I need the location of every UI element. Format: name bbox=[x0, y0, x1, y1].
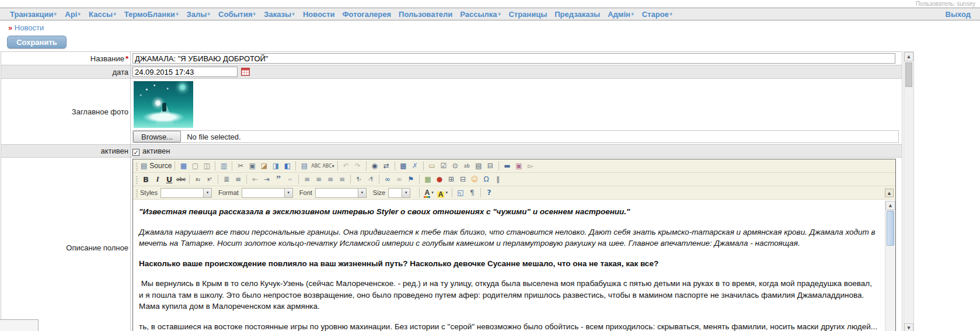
strike-button[interactable]: abc bbox=[176, 174, 186, 184]
bold-button[interactable]: B bbox=[141, 174, 151, 184]
nav-item-2[interactable]: Кассы» bbox=[89, 10, 117, 19]
browse-button[interactable]: Browse... bbox=[133, 131, 181, 142]
nav-item-0[interactable]: Транзакции» bbox=[10, 10, 57, 19]
new-page-icon[interactable]: ▢ bbox=[190, 161, 200, 171]
page-break-button[interactable]: ∥ bbox=[493, 174, 503, 184]
background-color-button[interactable]: A ▾ bbox=[437, 187, 448, 198]
bidi-rtl-button[interactable]: ‹¶ bbox=[365, 174, 376, 184]
nav-item-10[interactable]: Рассылка» bbox=[460, 10, 501, 19]
page-scroll-up-button[interactable]: ▲ bbox=[904, 52, 913, 61]
nav-item-11[interactable]: Страницы bbox=[508, 10, 547, 19]
smiley-button[interactable]: ☺ bbox=[469, 174, 480, 184]
select-all-icon[interactable]: ▩ bbox=[398, 161, 409, 171]
breadcrumb-link-news[interactable]: Новости bbox=[15, 23, 44, 32]
bidi-ltr-button[interactable]: ¶› bbox=[354, 174, 364, 184]
save-button[interactable]: Сохранить bbox=[7, 36, 67, 48]
undo-icon[interactable]: ↶ bbox=[341, 161, 351, 171]
scayt-icon[interactable]: ABC▾ bbox=[322, 161, 334, 171]
link-button[interactable]: ∞ bbox=[382, 174, 393, 184]
date-input[interactable] bbox=[132, 67, 238, 77]
radio-field-icon[interactable]: ⊙ bbox=[450, 161, 461, 171]
special-char-button[interactable]: Ω bbox=[481, 174, 491, 184]
cut-icon[interactable]: ✂ bbox=[235, 161, 246, 171]
paste-icon[interactable]: ◪ bbox=[259, 161, 269, 171]
indent-button[interactable]: ⇥ bbox=[261, 174, 272, 184]
text-color-button[interactable]: A ▾ bbox=[424, 187, 434, 198]
toolbar-collapse-button[interactable]: ▲ bbox=[885, 189, 894, 197]
nav-item-9[interactable]: Пользователи bbox=[399, 10, 452, 19]
redo-icon[interactable]: ↷ bbox=[353, 161, 363, 171]
show-blocks-button[interactable]: ¶ bbox=[467, 187, 477, 198]
page-scrollbar[interactable]: ▲ ▼ bbox=[904, 51, 914, 331]
table-button[interactable]: ⊞ bbox=[446, 174, 456, 184]
calendar-icon[interactable] bbox=[241, 68, 250, 76]
nav-item-1[interactable]: Api» bbox=[65, 10, 81, 19]
replace-icon[interactable]: ⇄ bbox=[381, 161, 392, 171]
size-dropdown[interactable]: ▾ bbox=[388, 188, 410, 198]
format-dropdown[interactable]: ▾ bbox=[242, 188, 293, 198]
align-right-button[interactable]: ≡ bbox=[325, 174, 336, 184]
page-scroll-down-button[interactable]: ▼ bbox=[904, 323, 913, 331]
paste-text-icon[interactable]: ◨ bbox=[270, 161, 281, 171]
nav-item-7[interactable]: Новости bbox=[303, 10, 335, 19]
unlink-button[interactable]: ∞ bbox=[394, 174, 404, 184]
blockquote-button[interactable]: ” bbox=[273, 174, 284, 184]
editor-scroll-thumb[interactable] bbox=[887, 211, 894, 246]
remove-format-icon[interactable]: ✗ bbox=[410, 161, 420, 171]
nav-item-8[interactable]: Фотогалерея bbox=[343, 10, 392, 19]
anchor-button[interactable]: ⚑ bbox=[406, 174, 416, 184]
text-field-icon[interactable]: ab bbox=[462, 161, 472, 171]
button-field-icon[interactable]: ▬ bbox=[502, 161, 512, 171]
align-justify-button[interactable]: ≡ bbox=[337, 174, 347, 184]
spellcheck-icon[interactable]: ABC bbox=[311, 161, 321, 171]
align-left-button[interactable]: ≡ bbox=[302, 174, 312, 184]
preview-icon[interactable]: ◫ bbox=[201, 161, 212, 171]
insert-image-button[interactable]: ▦ bbox=[423, 174, 433, 184]
active-checkbox[interactable]: ✓ bbox=[132, 149, 139, 156]
nav-item-3[interactable]: ТермоБланки» bbox=[124, 10, 179, 19]
nav-item-13[interactable]: Адмін» bbox=[608, 10, 634, 19]
print-icon[interactable]: ▤ bbox=[299, 161, 309, 171]
find-icon[interactable]: ◉ bbox=[369, 161, 380, 171]
checkbox-field-icon[interactable]: ☑ bbox=[438, 161, 449, 171]
nav-item-5[interactable]: События» bbox=[218, 10, 256, 19]
textarea-field-icon[interactable]: ▤ bbox=[473, 161, 484, 171]
numbered-list-button[interactable]: ≣ bbox=[221, 174, 232, 184]
paste-word-icon[interactable]: ◧ bbox=[282, 161, 292, 171]
save-icon[interactable]: ▦ bbox=[178, 161, 189, 171]
nav-item-14[interactable]: Старое» bbox=[642, 10, 673, 19]
nav-item-6[interactable]: Заказы» bbox=[264, 10, 295, 19]
dropdown-arrow-icon[interactable]: ▾ bbox=[358, 189, 366, 197]
bulleted-list-button[interactable]: ≡ bbox=[233, 174, 243, 184]
form-icon[interactable]: ▭ bbox=[427, 161, 437, 171]
maximize-button[interactable]: ◱ bbox=[455, 187, 466, 198]
copy-icon[interactable]: ▣ bbox=[247, 161, 257, 171]
italic-button[interactable]: I bbox=[152, 174, 163, 184]
styles-dropdown[interactable]: ▾ bbox=[161, 188, 212, 198]
dropdown-arrow-icon[interactable]: ▾ bbox=[203, 189, 211, 197]
file-input[interactable]: Browse... No file selected. bbox=[132, 130, 899, 143]
title-input[interactable] bbox=[132, 53, 895, 64]
dropdown-arrow-icon[interactable]: ▾ bbox=[402, 189, 410, 197]
superscript-button[interactable]: x² bbox=[204, 174, 215, 184]
editor-scroll-up-button[interactable]: ▲ bbox=[885, 201, 895, 210]
select-field-icon[interactable]: ⊟ bbox=[485, 161, 496, 171]
horizontal-rule-button[interactable]: ⊟ bbox=[458, 174, 468, 184]
outdent-button[interactable]: ⇤ bbox=[250, 174, 260, 184]
nav-item-4[interactable]: Залы» bbox=[187, 10, 211, 19]
flash-button[interactable]: ● bbox=[434, 174, 445, 184]
dropdown-arrow-icon[interactable]: ▾ bbox=[284, 189, 292, 197]
nav-item-12[interactable]: Предзаказы bbox=[554, 10, 600, 19]
underline-button[interactable]: U bbox=[164, 174, 175, 184]
page-scroll-thumb[interactable] bbox=[905, 62, 912, 87]
templates-icon[interactable]: ▥ bbox=[218, 161, 229, 171]
hidden-field-icon[interactable]: ▻ bbox=[525, 161, 536, 171]
editor-scrollbar[interactable]: ▲ bbox=[885, 201, 895, 331]
editor-content[interactable]: "Известная певица рассказала в эксклюзив… bbox=[133, 200, 895, 331]
align-center-button[interactable]: ≡ bbox=[313, 174, 324, 184]
image-button-icon[interactable]: ▣ bbox=[514, 161, 524, 171]
source-button[interactable]: ▤Source bbox=[141, 161, 172, 171]
font-dropdown[interactable]: ▾ bbox=[315, 188, 367, 198]
create-div-button[interactable]: ‹› bbox=[285, 174, 295, 184]
logout-link[interactable]: Выход bbox=[946, 10, 971, 19]
